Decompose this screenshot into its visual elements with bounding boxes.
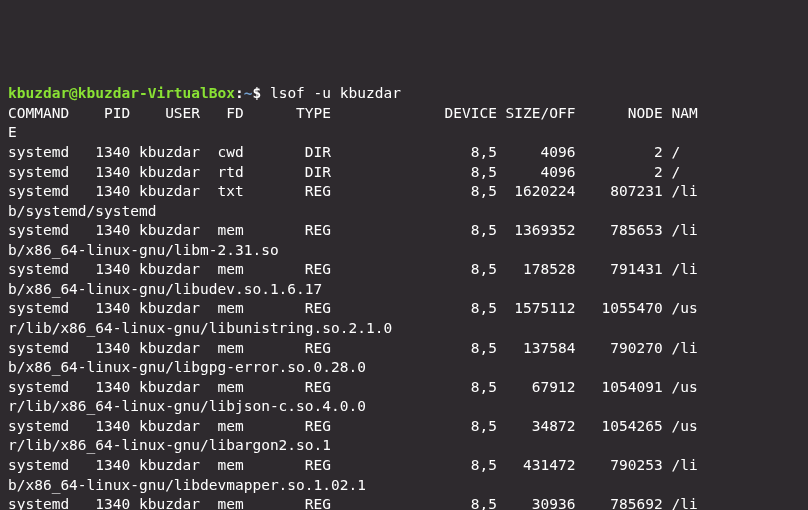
output-row: systemd 1340 kbuzdar mem REG 8,5 178528 … [8, 261, 698, 277]
output-row: systemd 1340 kbuzdar mem REG 8,5 34872 1… [8, 418, 698, 434]
terminal-window[interactable]: kbuzdar@kbuzdar-VirtualBox:~$ lsof -u kb… [8, 84, 800, 510]
output-row: systemd 1340 kbuzdar mem REG 8,5 30936 7… [8, 496, 698, 510]
output-row: r/lib/x86_64-linux-gnu/libargon2.so.1 [8, 437, 331, 453]
output-header-line1: COMMAND PID USER FD TYPE DEVICE SIZE/OFF… [8, 105, 698, 121]
output-row: b/x86_64-linux-gnu/libdevmapper.so.1.02.… [8, 477, 366, 493]
output-row: systemd 1340 kbuzdar rtd DIR 8,5 4096 2 … [8, 164, 680, 180]
output-header-line2: E [8, 124, 17, 140]
output-row: systemd 1340 kbuzdar cwd DIR 8,5 4096 2 … [8, 144, 680, 160]
prompt-line: kbuzdar@kbuzdar-VirtualBox:~$ lsof -u kb… [8, 85, 401, 101]
output-row: b/systemd/systemd [8, 203, 156, 219]
output-row: r/lib/x86_64-linux-gnu/libunistring.so.2… [8, 320, 392, 336]
output-row: b/x86_64-linux-gnu/libudev.so.1.6.17 [8, 281, 322, 297]
command-text: lsof -u kbuzdar [270, 85, 401, 101]
output-row: r/lib/x86_64-linux-gnu/libjson-c.so.4.0.… [8, 398, 366, 414]
output-row: systemd 1340 kbuzdar mem REG 8,5 1575112… [8, 300, 698, 316]
output-row: systemd 1340 kbuzdar mem REG 8,5 431472 … [8, 457, 698, 473]
prompt-dollar: $ [252, 85, 269, 101]
prompt-colon: : [235, 85, 244, 101]
output-row: b/x86_64-linux-gnu/libgpg-error.so.0.28.… [8, 359, 366, 375]
output-row: systemd 1340 kbuzdar mem REG 8,5 1369352… [8, 222, 698, 238]
prompt-userhost: kbuzdar@kbuzdar-VirtualBox [8, 85, 235, 101]
output-row: b/x86_64-linux-gnu/libm-2.31.so [8, 242, 279, 258]
output-row: systemd 1340 kbuzdar txt REG 8,5 1620224… [8, 183, 698, 199]
output-row: systemd 1340 kbuzdar mem REG 8,5 137584 … [8, 340, 698, 356]
output-row: systemd 1340 kbuzdar mem REG 8,5 67912 1… [8, 379, 698, 395]
